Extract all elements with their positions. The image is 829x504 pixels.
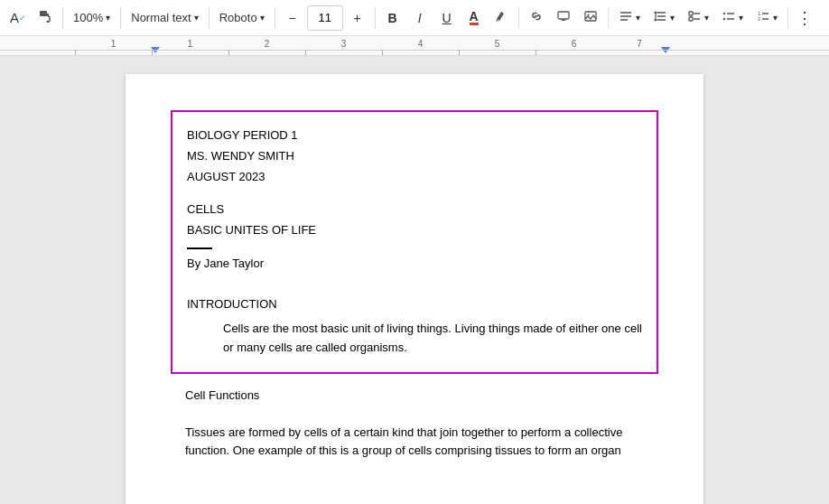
font-name-label: Roboto (219, 11, 257, 24)
svg-rect-1 (47, 21, 50, 23)
doc-intro-paragraph: Cells are the most basic unit of living … (187, 320, 642, 358)
text-color-button[interactable]: A (461, 5, 487, 32)
svg-point-5 (587, 14, 589, 16)
doc-outside-content: Cell Functions Tissues are formed by cel… (171, 388, 658, 462)
separator-4 (275, 7, 275, 29)
svg-point-18 (722, 18, 724, 20)
align-icon (619, 9, 633, 26)
doc-cell-functions-heading: Cell Functions (185, 388, 644, 402)
svg-rect-0 (40, 11, 47, 16)
svg-text:2.: 2. (758, 16, 762, 22)
line-spacing-chevron-icon: ▾ (670, 13, 675, 23)
doc-title-line2: MS. WENDY SMITH (187, 147, 642, 166)
zoom-dropdown[interactable]: 100% ▾ (68, 5, 116, 32)
doc-cells-heading: CELLS (187, 201, 642, 219)
doc-subtitle: BASIC UNITES OF LIFE (187, 221, 642, 240)
separator-8 (787, 7, 788, 29)
font-size-value: 11 (318, 11, 331, 24)
paint-format-icon (38, 9, 52, 26)
spell-check-button[interactable]: A✓ (5, 5, 31, 32)
comment-button[interactable] (551, 5, 576, 32)
image-button[interactable] (578, 5, 603, 32)
separator-7 (608, 7, 609, 29)
separator-2 (120, 7, 121, 29)
document-page: BIOLOGY PERIOD 1 MS. WENDY SMITH AUGUST … (126, 74, 703, 504)
zoom-chevron-icon: ▾ (106, 13, 110, 23)
checklist-chevron-icon: ▾ (704, 13, 709, 23)
underline-icon: U (442, 11, 452, 25)
svg-point-16 (722, 13, 724, 14)
font-size-input[interactable]: 11 (307, 5, 343, 31)
numbered-chevron-icon: ▾ (773, 13, 778, 23)
font-dropdown[interactable]: Roboto ▾ (214, 5, 270, 32)
doc-title-line3: AUGUST 2023 (187, 168, 642, 187)
text-style-label: Normal text (131, 11, 191, 24)
line-spacing-button[interactable]: ▾ (647, 5, 680, 32)
text-style-chevron-icon: ▾ (194, 13, 199, 23)
highlight-icon (494, 9, 508, 26)
numbered-list-icon: 1.2. (756, 9, 770, 26)
font-chevron-icon: ▾ (260, 13, 265, 23)
highlight-button[interactable] (489, 5, 514, 32)
doc-tissues-paragraph: Tissues are formed by cells of a certain… (185, 424, 644, 462)
text-color-icon: A (470, 10, 479, 25)
font-size-increase-button[interactable]: + (345, 5, 370, 32)
bold-icon: B (388, 11, 397, 25)
more-options-button[interactable]: ⋮ (793, 5, 818, 32)
bold-button[interactable]: B (380, 5, 405, 32)
spacer-3 (185, 411, 644, 424)
svg-rect-14 (689, 17, 693, 21)
comment-icon (556, 9, 571, 26)
line-spacing-icon (653, 9, 667, 26)
font-size-decrease-button[interactable]: − (280, 5, 305, 32)
text-style-dropdown[interactable]: Normal text ▾ (126, 5, 203, 32)
spacer-1 (187, 188, 642, 201)
link-button[interactable] (524, 5, 549, 32)
italic-button[interactable]: I (407, 5, 433, 32)
checklist-button[interactable]: ▾ (682, 5, 714, 32)
doc-title-line1: BIOLOGY PERIOD 1 (187, 126, 642, 145)
plus-icon: + (354, 11, 361, 25)
document-area: BIOLOGY PERIOD 1 MS. WENDY SMITH AUGUST … (0, 56, 829, 504)
ruler: 1 1 2 3 4 5 6 7 (0, 36, 829, 56)
link-icon (529, 9, 544, 26)
toolbar: A✓ 100% ▾ Normal text ▾ Roboto ▾ − 11 + … (0, 0, 829, 36)
bullet-list-icon (722, 9, 736, 26)
more-options-icon: ⋮ (796, 8, 814, 28)
separator-3 (209, 7, 210, 29)
selected-content-box[interactable]: BIOLOGY PERIOD 1 MS. WENDY SMITH AUGUST … (171, 110, 658, 374)
separator-5 (375, 7, 376, 29)
underline-button[interactable]: U (434, 5, 460, 32)
spell-check-icon: A (10, 10, 19, 25)
doc-byline: By Jane Taylor (187, 257, 642, 270)
spacer-2 (187, 285, 642, 297)
separator-6 (518, 7, 519, 29)
doc-divider-line (187, 247, 212, 249)
align-button[interactable]: ▾ (613, 5, 646, 32)
minus-icon: − (289, 11, 296, 25)
svg-rect-3 (558, 12, 569, 19)
svg-rect-12 (689, 12, 693, 15)
zoom-value: 100% (73, 11, 103, 24)
doc-introduction-heading: INTRODUCTION (187, 297, 642, 311)
separator-1 (62, 7, 63, 29)
image-icon (583, 9, 598, 26)
numbered-list-button[interactable]: 1.2. ▾ (750, 5, 783, 32)
align-chevron-icon: ▾ (636, 13, 640, 23)
bullet-list-button[interactable]: ▾ (716, 5, 749, 32)
paint-format-button[interactable] (33, 5, 58, 32)
checklist-icon (687, 9, 702, 26)
bullet-chevron-icon: ▾ (739, 13, 743, 23)
italic-icon: I (418, 11, 422, 25)
